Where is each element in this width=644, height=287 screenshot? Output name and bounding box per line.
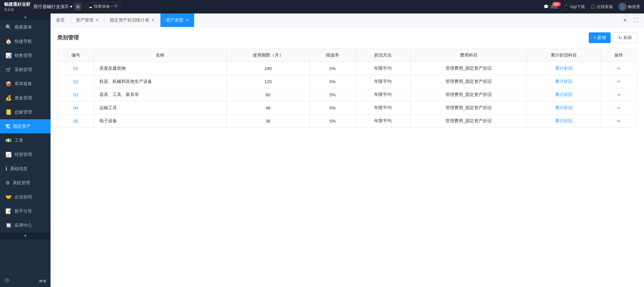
cell-name-2: 器具、工具、家具等: [94, 88, 226, 101]
sidebar-label-system: 系统管理: [12, 180, 30, 186]
edit-button-1[interactable]: ✏: [617, 79, 621, 84]
tab-asset-mgmt-close[interactable]: ✕: [95, 18, 99, 23]
cell-method-2: 年限平均: [356, 88, 411, 101]
col-header-accum: 累计折旧科目: [527, 49, 601, 62]
col-header-code: 编号: [58, 49, 94, 62]
cell-accum-3: 累计折旧: [527, 101, 601, 115]
cell-action-1[interactable]: ✏: [601, 75, 637, 88]
sidebar-label-sales: 销售管理: [14, 53, 32, 59]
add-button[interactable]: + 新增: [589, 32, 611, 43]
edit-button-2[interactable]: ✏: [617, 92, 621, 97]
ledger-icon: 📒: [5, 109, 12, 115]
sidebar-collapse-icon[interactable]: ◀◀: [38, 278, 46, 283]
refresh-button[interactable]: ↻ 刷新: [613, 32, 637, 43]
sidebar-scroll-up[interactable]: ▲: [0, 13, 51, 20]
cell-residual-2: 5%: [310, 88, 356, 101]
sidebar-item-inventory[interactable]: 📦 库存核算: [0, 77, 51, 91]
fixed-assets-icon: 🏗: [5, 124, 10, 129]
customer-service-button[interactable]: 🎧 在线客服: [590, 4, 613, 10]
app-download-button[interactable]: 📱 App下载: [563, 4, 585, 10]
sidebar-label-purchase: 采购管理: [14, 67, 32, 73]
cell-accum-2: 累计折旧: [527, 88, 601, 101]
tab-asset-type-close[interactable]: ✕: [185, 18, 189, 23]
sidebar-item-ledger[interactable]: 📒 总账管理: [0, 105, 51, 119]
sidebar-item-quick-nav[interactable]: 🏠 快捷导航: [0, 34, 51, 49]
cell-action-0[interactable]: ✏: [601, 62, 637, 75]
maximize-window-button[interactable]: ⛶: [632, 16, 640, 24]
cell-action-2[interactable]: ✏: [601, 88, 637, 101]
cell-accum-0: 累计折旧: [527, 62, 601, 75]
sidebar-item-fixed-assets[interactable]: 🏗 固定资产: [0, 119, 51, 133]
tab-fixed-depreciation[interactable]: 固定资产折旧统计表 ✕: [104, 13, 160, 27]
sidebar-label-app-center: 应用中心: [14, 222, 32, 228]
selector-label: 医疗器械行业演示: [34, 4, 69, 10]
industry-selector[interactable]: 医疗器械行业演示 ▾ ⚙: [34, 3, 82, 11]
edit-button-4[interactable]: ✏: [617, 119, 621, 124]
col-header-method: 折旧方法: [356, 49, 411, 62]
sidebar-scroll-down[interactable]: ▼: [0, 232, 51, 239]
cell-residual-3: 5%: [310, 101, 356, 115]
sidebar-label-ledger: 总账管理: [14, 109, 32, 115]
edit-button-3[interactable]: ✏: [617, 105, 621, 110]
message-button[interactable]: 💬 消息 99+: [544, 4, 558, 10]
cell-period-4: 36: [226, 115, 310, 128]
sidebar-item-payroll[interactable]: 💵 工资: [0, 133, 51, 148]
header-actions: + 新增 ↻ 刷新: [589, 32, 637, 43]
cell-residual-1: 5%: [310, 75, 356, 88]
settings-gear-button[interactable]: ⚙: [74, 3, 82, 11]
experience-button[interactable]: ☁ 我要体验一下: [85, 2, 121, 11]
table-header-row: 编号 名称 使用期限（月） 残值率 折旧方法 费用科目 累计折旧科目 操作: [58, 49, 637, 62]
col-header-residual: 残值率: [310, 49, 356, 62]
sidebar-label-inventory: 库存核算: [14, 81, 32, 87]
base-info-icon: ℹ: [5, 166, 7, 172]
cell-method-0: 年限平均: [356, 62, 411, 75]
sidebar-label-payroll: 工资: [14, 137, 23, 144]
page-header: 类别管理 + 新增 ↻ 刷新: [57, 32, 637, 43]
col-header-action: 操作: [601, 49, 637, 62]
avatar: 👤: [618, 3, 626, 11]
headset-icon: 🎧: [590, 4, 595, 9]
sidebar-item-operations[interactable]: 📈 经营管理: [0, 148, 51, 162]
close-window-button[interactable]: ✕: [621, 16, 629, 24]
sidebar-label-base-info: 基础信息: [10, 166, 28, 172]
cell-period-3: 48: [226, 101, 310, 115]
cell-accum-1: 累计折旧: [527, 75, 601, 88]
sidebar-item-system[interactable]: ⚙ 系统管理: [0, 176, 51, 190]
sidebar-settings-icon[interactable]: ⚙: [5, 277, 9, 284]
cell-residual-4: 5%: [310, 115, 356, 128]
home-icon: 🏠: [5, 38, 12, 44]
tab-home-label: 首页: [56, 17, 65, 23]
tab-asset-type[interactable]: 资产类型 ✕: [160, 13, 194, 27]
sidebar-item-base-info[interactable]: ℹ 基础信息: [0, 162, 51, 176]
tab-fixed-depreciation-close[interactable]: ✕: [151, 18, 155, 23]
table-row: 03 器具、工具、家具等 60 5% 年限平均 管理费用_固定资产折旧 累计折旧…: [58, 88, 637, 101]
sidebar-item-app-center[interactable]: 🔲 应用中心: [0, 218, 51, 232]
sidebar-label-capital: 资金管理: [14, 95, 32, 101]
edit-button-0[interactable]: ✏: [617, 66, 621, 71]
user-name: 畅捷通: [628, 4, 640, 10]
operations-icon: 📈: [5, 152, 12, 158]
app-logo: 畅捷通好业财 普及版: [4, 2, 30, 12]
window-controls: ✕ ⛶: [617, 16, 644, 24]
cell-expense-3: 管理费用_固定资产折旧: [410, 101, 527, 115]
tab-asset-type-label: 资产类型: [166, 17, 183, 23]
sidebar-item-guide[interactable]: 📝 新手引导: [0, 204, 51, 218]
table-row: 05 电子设备 36 5% 年限平均 管理费用_固定资产折旧 累计折旧 ✏: [58, 115, 637, 128]
cell-name-3: 运输工具: [94, 101, 226, 115]
tab-asset-mgmt[interactable]: 资产管理 ✕: [70, 13, 104, 27]
cell-action-3[interactable]: ✏: [601, 101, 637, 115]
sidebar-item-search[interactable]: 🔍 搜索菜单: [0, 20, 51, 34]
user-profile[interactable]: 👤 畅捷通: [618, 3, 640, 11]
cell-method-4: 年限平均: [356, 115, 411, 128]
sidebar-item-capital[interactable]: 💰 资金管理: [0, 91, 51, 105]
tab-home[interactable]: 首页: [51, 13, 70, 27]
top-bar-left: 畅捷通好业财 普及版 医疗器械行业演示 ▾ ⚙ ☁ 我要体验一下: [4, 2, 121, 12]
sidebar-item-purchase[interactable]: 🛒 采购管理: [0, 63, 51, 77]
cell-method-1: 年限平均: [356, 75, 411, 88]
download-icon: 📱: [563, 4, 569, 9]
cell-action-4[interactable]: ✏: [601, 115, 637, 128]
app-edition: 普及版: [4, 7, 30, 12]
sidebar-item-enterprise[interactable]: 🤝 企业协同: [0, 190, 51, 204]
col-header-expense: 费用科目: [410, 49, 527, 62]
sidebar-item-sales[interactable]: 📊 销售管理: [0, 49, 51, 63]
